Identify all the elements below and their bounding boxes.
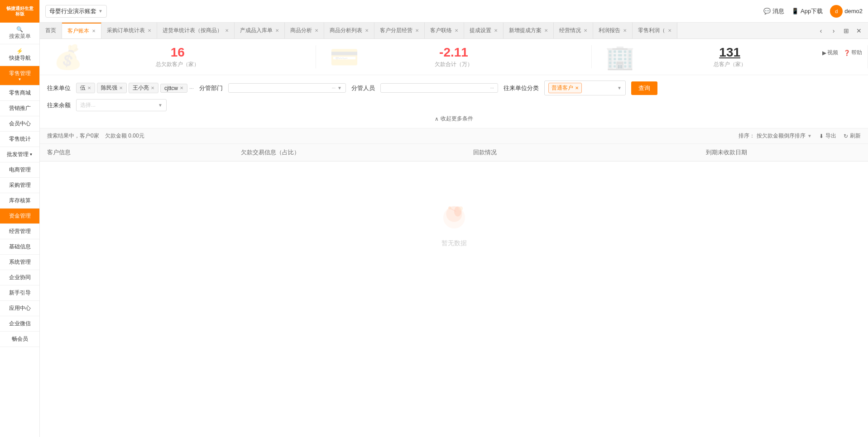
- col-label-debt: 欠款交易信息（占比）: [241, 149, 300, 156]
- tab-product-analysis-list[interactable]: 商品分析列表 ✕: [324, 23, 374, 39]
- tab-purchase-order[interactable]: 采购订单统计表 ✕: [101, 23, 157, 39]
- tab-product-inbound[interactable]: 产成品入库单 ✕: [235, 23, 285, 39]
- help-label: 帮助: [851, 49, 862, 57]
- sidebar-item-corp-wechat[interactable]: 企业微信: [0, 316, 39, 332]
- col-header-date: 到期未收款日期: [706, 148, 861, 157]
- empty-label: 暂无数据: [441, 239, 467, 247]
- sidebar-item-purchase[interactable]: 采购管理: [0, 178, 39, 193]
- tab-close-customer-contact[interactable]: ✕: [455, 28, 458, 33]
- sidebar-item-corp-collab[interactable]: 企业协同: [0, 270, 39, 285]
- tab-inbound-stats[interactable]: 进货单统计表（按商品） ✕: [157, 23, 235, 39]
- tab-next-btn[interactable]: ›: [828, 25, 839, 36]
- sidebar-item-sys[interactable]: 系统管理: [0, 255, 39, 270]
- refresh-btn[interactable]: ↻ 刷新: [844, 132, 861, 140]
- app-download-btn[interactable]: 📱 App下载: [791, 7, 823, 15]
- tab-customer-tier[interactable]: 客户分层经营 ✕: [374, 23, 425, 39]
- sidebar-label-ecommerce: 电商管理: [0, 166, 39, 174]
- total-all-value: 131: [719, 45, 740, 60]
- sidebar-item-wholesale[interactable]: 批发管理 ▼: [0, 147, 39, 162]
- sidebar-item-retail-mall[interactable]: 零售商城: [0, 86, 39, 101]
- tab-label-business-status: 经营情况: [559, 27, 581, 34]
- unit-tag-chen[interactable]: 陈民强 ✕: [97, 83, 127, 93]
- chevron-down-icon: ▼: [98, 9, 103, 14]
- tab-close-new-tips[interactable]: ✕: [544, 28, 548, 33]
- unit-type-tag-close[interactable]: ✕: [575, 86, 579, 90]
- tab-tips-settings[interactable]: 提成设置 ✕: [464, 23, 504, 39]
- tab-business-status[interactable]: 经营情况 ✕: [554, 23, 593, 39]
- sidebar-item-basic[interactable]: 基础信息: [0, 239, 39, 255]
- sidebar-item-ecommerce[interactable]: 电商管理: [0, 162, 39, 178]
- tab-close-business-status[interactable]: ✕: [584, 28, 587, 33]
- balance-filter-select[interactable]: 选择... ▼: [76, 99, 167, 111]
- unit-type-select[interactable]: 普通客户 ✕ ▼: [544, 81, 626, 95]
- sidebar-item-retail-mgmt[interactable]: 零售管理 ▼: [0, 66, 39, 86]
- tab-close-purchase-order[interactable]: ✕: [148, 28, 151, 33]
- filter-row-1: 往来单位 伍 ✕ 陈民强 ✕ 王小亮 ✕ cjttcw: [47, 81, 861, 95]
- unit-type-label: 往来单位分类: [504, 84, 539, 92]
- tab-label-purchase-order: 采购订单统计表: [107, 27, 145, 34]
- search-summary: 搜索结果中，客户0家 欠款金额 0.00元 排序： 按欠款金额倒序排序 ▼ ⬇ …: [40, 128, 868, 144]
- tag-cj-close[interactable]: ✕: [180, 86, 183, 90]
- sidebar-item-inventory[interactable]: 库存核算: [0, 193, 39, 209]
- sidebar-item-fund[interactable]: 资金管理: [0, 209, 39, 224]
- sidebar-item-member[interactable]: 会员中心: [0, 116, 39, 132]
- unit-tag-wu[interactable]: 伍 ✕: [76, 83, 95, 93]
- tab-home[interactable]: 首页: [40, 23, 62, 39]
- dept-expand-icon: ···: [332, 86, 336, 90]
- tab-expand-btn[interactable]: ⊞: [841, 25, 852, 36]
- tab-label-new-tips: 新增提成方案: [509, 27, 542, 34]
- tab-close-retail-profit[interactable]: ✕: [668, 28, 671, 33]
- total-customers-label: 总欠款客户（家）: [156, 61, 199, 68]
- person-filter-select[interactable]: ···: [380, 83, 498, 93]
- tag-chen-close[interactable]: ✕: [119, 86, 123, 90]
- tab-new-tips[interactable]: 新增提成方案 ✕: [504, 23, 554, 39]
- sidebar-item-search[interactable]: 🔍 搜索菜单: [0, 23, 39, 44]
- tab-retail-profit[interactable]: 零售利润（ ✕: [633, 23, 677, 39]
- tab-close-profit-report[interactable]: ✕: [623, 28, 627, 33]
- tag-wang-text: 王小亮: [133, 84, 149, 92]
- tab-label-tips-settings: 提成设置: [470, 27, 491, 34]
- account-name: 母婴行业演示账套: [49, 7, 96, 15]
- filter-more-btn[interactable]: ···: [189, 85, 194, 91]
- tag-wang-close[interactable]: ✕: [151, 86, 154, 90]
- tab-close-all-btn[interactable]: ✕: [854, 25, 864, 36]
- sidebar-item-ops[interactable]: 经营管理: [0, 224, 39, 239]
- export-btn[interactable]: ⬇ 导出: [819, 132, 836, 140]
- tab-close-product-inbound[interactable]: ✕: [275, 28, 279, 33]
- sidebar-item-beginner[interactable]: 新手引导: [0, 285, 39, 301]
- sidebar-item-app[interactable]: 应用中心: [0, 301, 39, 316]
- tab-close-customer-book[interactable]: ✕: [92, 28, 96, 33]
- col-header-customer: 客户信息: [47, 148, 241, 157]
- sidebar-label-retail-mall: 零售商城: [0, 89, 39, 97]
- collapse-btn[interactable]: ∧ 收起更多条件: [47, 115, 861, 123]
- tab-product-analysis[interactable]: 商品分析 ✕: [285, 23, 324, 39]
- tab-close-inbound-stats[interactable]: ✕: [225, 28, 229, 33]
- collapse-label: 收起更多条件: [441, 115, 473, 123]
- tab-close-product-analysis-list[interactable]: ✕: [365, 28, 369, 33]
- account-selector[interactable]: 母婴行业演示账套 ▼: [45, 5, 107, 18]
- unit-type-tag[interactable]: 普通客户 ✕: [548, 83, 582, 93]
- sidebar-item-retail-stats[interactable]: 零售统计: [0, 132, 39, 147]
- query-btn[interactable]: 查询: [631, 81, 657, 95]
- tab-close-tips-settings[interactable]: ✕: [494, 28, 498, 33]
- unit-tag-wang[interactable]: 王小亮 ✕: [129, 83, 158, 93]
- tab-customer-book[interactable]: 客户账本 ✕: [62, 23, 101, 39]
- tab-close-customer-tier[interactable]: ✕: [415, 28, 419, 33]
- sidebar-item-marketing[interactable]: 营销推广: [0, 101, 39, 116]
- video-btn[interactable]: ▶ 视频: [822, 49, 838, 57]
- sort-select[interactable]: 排序： 按欠款金额倒序排序 ▼: [739, 132, 812, 140]
- sidebar-item-vip[interactable]: 畅会员: [0, 332, 39, 347]
- tab-profit-report[interactable]: 利润报告 ✕: [593, 23, 633, 39]
- unit-tag-cj[interactable]: cjttcw ✕: [160, 84, 187, 93]
- dept-filter-select[interactable]: ··· ▼: [228, 83, 346, 93]
- tab-customer-contact[interactable]: 客户联络 ✕: [425, 23, 464, 39]
- message-btn[interactable]: 💬 消息: [763, 7, 784, 15]
- sidebar-item-quick-nav[interactable]: ⚡ 快捷导航: [0, 44, 39, 66]
- help-btn[interactable]: ❓ 帮助: [844, 49, 862, 57]
- tab-close-product-analysis[interactable]: ✕: [315, 28, 318, 33]
- sidebar-label-corp-wechat: 企业微信: [0, 320, 39, 328]
- user-profile[interactable]: d demo2: [830, 5, 863, 18]
- tab-prev-btn[interactable]: ‹: [815, 25, 826, 36]
- sidebar-label-retail-mgmt: 零售管理: [9, 70, 31, 77]
- tag-wu-close[interactable]: ✕: [87, 86, 91, 90]
